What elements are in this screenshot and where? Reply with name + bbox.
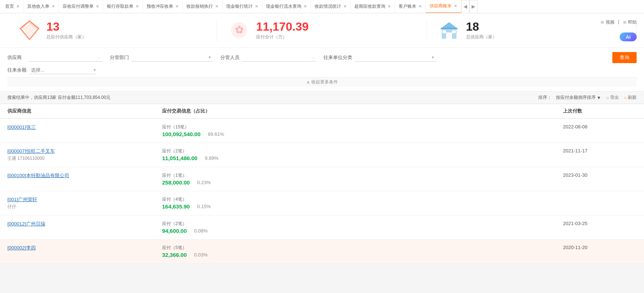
- nav-tab-10-close[interactable]: ✕: [419, 4, 422, 9]
- last-payment-cell: 2020-11-20: [563, 245, 637, 250]
- nav-tab-7-close[interactable]: ✕: [304, 4, 307, 9]
- trans-amount: 100,092,540.00: [162, 131, 200, 137]
- filter-row-2: 往来余额 ▼: [7, 66, 637, 74]
- stat-number-total-suppliers: 18: [466, 21, 497, 32]
- nav-tab-2-close[interactable]: ✕: [96, 4, 99, 9]
- export-icon: ○: [606, 95, 609, 100]
- transaction-cell: 应付（5笔） 32,366.00 0.03%: [162, 245, 563, 258]
- nav-tab-8[interactable]: 收款情况统计 ✕: [311, 0, 351, 13]
- supplier-cell: [000002]李四: [7, 245, 162, 251]
- category-label: 往来单位分类: [323, 54, 352, 61]
- table-rows-container: [000001]张三 应付（15笔） 100,092,540.00 89.61%…: [0, 119, 644, 263]
- last-payment-date: 2021-03-25: [563, 221, 588, 226]
- last-payment-cell: 2022-08-08: [563, 124, 637, 130]
- balance-input[interactable]: [31, 67, 93, 73]
- rice-icon: ✿: [228, 19, 250, 41]
- category-arrow-icon: ▼: [431, 55, 435, 59]
- table-header: 供应商信息 应付交易信息（占比） 上次付数: [0, 104, 644, 119]
- nav-tab-9-close[interactable]: ✕: [388, 4, 391, 9]
- supplier-name-link[interactable]: [000100]本特勤油品有限公司: [7, 172, 162, 179]
- supplier-name-link[interactable]: [000001]张三: [7, 124, 162, 131]
- nav-tab-5-label: 收款核销执行: [186, 3, 213, 10]
- refresh-icon: ○: [624, 95, 627, 100]
- nav-tab-4[interactable]: 预收冲应收单 ✕: [143, 0, 183, 13]
- last-payment-cell: 2021-03-25: [563, 221, 637, 226]
- last-payment-date: 2021-11-17: [563, 148, 588, 154]
- nav-tab-1[interactable]: 其他收入单 ✕: [24, 0, 59, 13]
- trans-amount: 11,051,486.00: [162, 155, 197, 161]
- diamond-icon: [18, 19, 41, 41]
- nav-tab-home-close[interactable]: ✕: [16, 4, 20, 9]
- dept-input[interactable]: [133, 55, 208, 60]
- nav-tab-3-label: 银行存取款单: [107, 3, 133, 10]
- top-nav: 首页 ✕ 其他收入单 ✕ 应收应付调整单 ✕ 银行存取款单 ✕ 预收冲应收单 ✕…: [0, 0, 644, 13]
- nav-tab-3[interactable]: 银行存取款单 ✕: [103, 0, 143, 13]
- nav-tab-6[interactable]: 现金银行统计 ✕: [223, 0, 262, 13]
- filter-dept: 分管部门 ▼: [110, 54, 213, 62]
- transaction-info: 94,600.00 0.08%: [162, 228, 563, 234]
- balance-arrow-icon: ▼: [93, 68, 97, 72]
- nav-tab-5[interactable]: 收款核销执行 ✕: [183, 0, 223, 13]
- trans-amount: 32,366.00: [162, 252, 187, 258]
- supplier-input[interactable]: [30, 55, 98, 60]
- nav-tab-11-close[interactable]: ✕: [454, 4, 457, 8]
- nav-tab-home-label: 首页: [5, 3, 14, 10]
- nav-tab-11[interactable]: 供应商账本 ✕: [426, 0, 461, 13]
- refresh-button[interactable]: ○ 刷新: [624, 94, 637, 101]
- nav-tab-7[interactable]: 现金银行流水查询 ✕: [262, 0, 311, 13]
- nav-tab-11-label: 供应商账本: [430, 3, 452, 9]
- search-button[interactable]: 查询: [612, 52, 637, 63]
- trans-percent: 0.23%: [197, 180, 211, 185]
- nav-prev-arrow[interactable]: ◀: [461, 0, 469, 13]
- table-row: [000001]张三 应付（15笔） 100,092,540.00 89.61%…: [0, 119, 644, 143]
- nav-tab-9-label: 超期应收款查询: [354, 3, 385, 10]
- trans-percent: 0.03%: [194, 252, 208, 258]
- collapse-button[interactable]: ∧ 收起更多条件: [7, 77, 637, 87]
- transaction-cell: 应付（4笔） 164,635.90 0.15%: [162, 196, 563, 210]
- supplier-cell: [000001]张三: [7, 124, 162, 131]
- nav-tab-6-close[interactable]: ✕: [255, 4, 258, 9]
- nav-tab-3-close[interactable]: ✕: [136, 4, 139, 9]
- sort-arrow-icon: ▼: [597, 95, 601, 100]
- supplier-contact: 王通 17106110000: [7, 155, 162, 162]
- trans-label: 应付（2笔）: [162, 148, 563, 154]
- nav-tab-5-close[interactable]: ✕: [215, 4, 218, 9]
- nav-tab-4-close[interactable]: ✕: [175, 4, 179, 9]
- stat-content-total: 11,170.39 应付合计（万）: [256, 21, 308, 40]
- table-row: [000012]广州贝瑞 应付（2笔） 94,600.00 0.08% 2021…: [0, 216, 644, 239]
- balance-label: 往来余额: [7, 67, 27, 73]
- col-header-last-payment: 上次付数: [563, 108, 637, 114]
- sort-button[interactable]: 按应付余额倒序排序 ▼: [556, 94, 601, 101]
- person-dots-icon: ···: [311, 55, 315, 60]
- supplier-name-link[interactable]: [000012]广州贝瑞: [7, 221, 162, 227]
- nav-tab-10[interactable]: 客户账本 ✕: [395, 0, 426, 13]
- nav-next-arrow[interactable]: ▶: [469, 0, 477, 13]
- svg-rect-10: [452, 30, 456, 33]
- ai-button[interactable]: Ai: [620, 32, 637, 41]
- nav-tab-home[interactable]: 首页 ✕: [1, 0, 24, 13]
- top-right-links: ⊙ 视频 | ⊙ 帮助: [601, 19, 637, 25]
- help-link[interactable]: ⊙ 帮助: [623, 19, 637, 25]
- person-input[interactable]: [244, 55, 311, 60]
- video-link[interactable]: ⊙ 视频: [601, 19, 614, 25]
- filter-row-1: 供应商 ··· 分管部门 ▼ 分管人员 ··· 往来单位分类: [7, 52, 637, 63]
- stat-label-total-suppliers: 总供应商（家）: [466, 34, 497, 40]
- stat-label-total: 应付合计（万）: [256, 34, 308, 40]
- trans-amount: 164,635.90: [162, 203, 190, 210]
- transaction-cell: 应付（2笔） 94,600.00 0.08%: [162, 221, 563, 234]
- refresh-label: 刷新: [628, 94, 637, 101]
- export-button[interactable]: ○ 导出: [606, 94, 619, 101]
- transaction-cell: 应付（1笔） 258,000.00 0.23%: [162, 172, 563, 186]
- store-icon: [438, 19, 460, 41]
- supplier-name-link[interactable]: [000007]恒旺二手叉车: [7, 148, 162, 155]
- category-input[interactable]: [357, 55, 431, 60]
- nav-tab-9[interactable]: 超期应收款查询 ✕: [351, 0, 395, 13]
- supplier-name-link[interactable]: [001]广州荣轩: [7, 196, 162, 203]
- nav-tab-8-close[interactable]: ✕: [343, 4, 347, 9]
- nav-tab-1-label: 其他收入单: [27, 3, 49, 10]
- supplier-cell: [000007]恒旺二手叉车 王通 17106110000: [7, 148, 162, 162]
- svg-rect-11: [441, 28, 457, 29]
- supplier-name-link[interactable]: [000002]李四: [7, 245, 162, 251]
- nav-tab-1-close[interactable]: ✕: [52, 4, 55, 9]
- nav-tab-2[interactable]: 应收应付调整单 ✕: [59, 0, 103, 13]
